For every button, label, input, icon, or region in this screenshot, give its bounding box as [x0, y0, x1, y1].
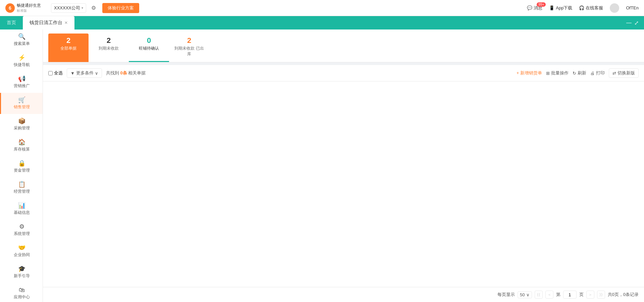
house-icon: 🏠: [18, 139, 25, 145]
switch-icon: ⇄: [612, 71, 616, 76]
table-area: [43, 81, 644, 287]
batch-icon: ⊞: [546, 71, 550, 76]
lock-icon: 🔒: [18, 160, 25, 166]
sidebar-item-marketing[interactable]: 📢 营销推广: [0, 72, 43, 93]
top-header: 6 畅捷通好生意 标准版 XXXXXX公司 ▾ ⚙ 体验行业方案 💬 消息 99…: [0, 0, 644, 16]
refresh-btn[interactable]: ↻ 刷新: [573, 70, 586, 76]
settings-icon-btn[interactable]: ⚙: [89, 3, 98, 13]
filter-btn[interactable]: ▼ 更多条件 ∨: [67, 68, 102, 78]
batch-operation-btn[interactable]: ⊞ 批量操作: [546, 70, 569, 76]
pagination: 每页显示 50 ∨ ⟨⟨ ＜ 第 页 ＞ ⟩⟩ 共0页，0条记录: [43, 287, 644, 302]
sidebar-item-sales-mgmt[interactable]: 🛒 销售管理: [0, 93, 43, 114]
logo-area: 6 畅捷通好生意 标准版: [5, 3, 48, 13]
app-download-btn[interactable]: 📱 App下载: [549, 5, 572, 11]
sidebar-item-app-center[interactable]: 🛍 应用中心: [0, 283, 43, 302]
chevron-down-icon: ∨: [526, 292, 530, 297]
header-right: 💬 消息 99+ 📱 App下载 🎧 在线客服 OfTEn: [527, 3, 639, 13]
chevron-down-icon: ▾: [82, 6, 83, 10]
sidebar-item-label: 库存核算: [14, 146, 30, 152]
select-all-checkbox[interactable]: 全选: [48, 70, 63, 76]
print-btn[interactable]: 🖨 打印: [590, 70, 605, 76]
expand-icon[interactable]: ⤢: [634, 20, 639, 26]
sidebar-item-label: 基础信息: [14, 210, 30, 216]
message-btn[interactable]: 💬 消息 99+: [527, 5, 542, 11]
tab-home[interactable]: 首页: [0, 16, 23, 29]
message-badge: 99+: [537, 2, 546, 7]
sidebar-item-label: 企业协同: [14, 252, 30, 258]
sidebar-item-label: 快捷导航: [14, 62, 30, 68]
total-info: 共0页，0条记录: [608, 292, 639, 298]
stat-tab-overdue[interactable]: 2 到期未收款: [89, 34, 129, 62]
sidebar-item-label: 应用中心: [14, 294, 30, 300]
select-all-input[interactable]: [48, 71, 53, 75]
sidebar-item-system-mgmt[interactable]: ⚙ 系统管理: [0, 220, 43, 241]
sidebar-item-label: 搜索菜单: [14, 41, 30, 47]
sidebar-item-label: 销售管理: [14, 104, 30, 110]
search-icon: 🔍: [18, 34, 25, 40]
download-icon: 📱: [549, 5, 554, 10]
gear-icon: ⚙: [91, 5, 96, 11]
sidebar-item-label: 新手引导: [14, 273, 30, 279]
stat-tab-all[interactable]: 2 全部单据: [48, 34, 89, 62]
lightning-icon: ⚡: [18, 55, 25, 61]
avatar: [610, 3, 619, 13]
sidebar-item-label: 采购管理: [14, 125, 30, 131]
switch-version-btn[interactable]: ⇄ 切换新版: [609, 68, 639, 78]
minimize-icon[interactable]: —: [626, 20, 632, 26]
sidebar-item-basic-info[interactable]: 📊 基础信息: [0, 198, 43, 220]
add-sales-order-btn[interactable]: + 新增销货单: [517, 70, 542, 76]
last-page-btn[interactable]: ⟩⟩: [597, 291, 605, 299]
megaphone-icon: 📢: [18, 76, 25, 82]
chevron-down-icon: ∨: [95, 71, 98, 76]
tab-workbench[interactable]: 钱货日清工作台 ✕: [23, 16, 74, 29]
clipboard-icon: 📋: [18, 181, 25, 187]
sidebar-item-inventory[interactable]: 🏠 库存核算: [0, 135, 43, 156]
cart-icon: 🛒: [18, 97, 25, 103]
sidebar-item-label: 资金管理: [14, 168, 30, 173]
sidebar-item-funds-mgmt[interactable]: 🔒 资金管理: [0, 156, 43, 177]
sidebar-item-label: 营销推广: [14, 83, 30, 89]
found-text: 共找到 0条 相关单据: [106, 70, 146, 76]
gear-icon: ⚙: [19, 224, 24, 230]
company-selector[interactable]: XXXXXX公司 ▾: [51, 3, 86, 13]
graduation-icon: 🎓: [18, 266, 25, 272]
sidebar-item-label: 系统管理: [14, 231, 30, 237]
sidebar-item-quick-nav[interactable]: ⚡ 快捷导航: [0, 51, 43, 72]
nav-tab-expand: — ⤢: [626, 20, 639, 26]
sidebar-item-enterprise-collab[interactable]: 🤝 企业协同: [0, 241, 43, 262]
bag-icon: 🛍: [19, 287, 25, 293]
found-count: 0条: [120, 70, 127, 75]
filter-icon: ▼: [70, 71, 75, 76]
close-tab-icon[interactable]: ✕: [64, 20, 68, 25]
page-number-input[interactable]: [563, 291, 577, 299]
next-page-btn[interactable]: ＞: [586, 291, 594, 299]
stat-tab-wangpu[interactable]: 0 旺铺待确认: [129, 34, 169, 62]
sidebar: 🔍 搜索菜单 ⚡ 快捷导航 📢 营销推广 🛒 销售管理 📦 采购管理 🏠 库存核…: [0, 29, 43, 302]
content-area: 2 全部单据 2 到期未收款 0 旺铺待确认 2 到期未收款 已出库 全选: [43, 29, 644, 302]
sidebar-item-purchase-mgmt[interactable]: 📦 采购管理: [0, 114, 43, 135]
print-icon: 🖨: [590, 71, 595, 76]
refresh-icon: ↻: [573, 71, 576, 76]
sidebar-item-search-menu[interactable]: 🔍 搜索菜单: [0, 29, 43, 51]
toolbar-right: + 新增销货单 ⊞ 批量操作 ↻ 刷新 🖨 打印 ⇄ 切换新版: [517, 68, 639, 78]
nav-tabs: 首页 钱货日清工作台 ✕ — ⤢: [0, 16, 644, 29]
stats-tabs: 2 全部单据 2 到期未收款 0 旺铺待确认 2 到期未收款 已出库: [43, 29, 644, 62]
page-size-select[interactable]: 50 ∨: [518, 291, 532, 298]
prev-page-btn[interactable]: ＜: [545, 291, 553, 299]
logo-icon: 6: [5, 3, 15, 13]
toolbar: 全选 ▼ 更多条件 ∨ 共找到 0条 相关单据 + 新增销货单 ⊞ 批量操作: [43, 65, 644, 81]
logo-text: 畅捷通好生意 标准版: [17, 3, 41, 13]
stat-tab-overdue-shipped[interactable]: 2 到期未收款 已出库: [169, 34, 209, 62]
experience-btn[interactable]: 体验行业方案: [102, 3, 139, 13]
first-page-btn[interactable]: ⟨⟨: [535, 291, 543, 299]
sidebar-item-operations-mgmt[interactable]: 📋 经营管理: [0, 177, 43, 198]
handshake-icon: 🤝: [18, 245, 25, 251]
chart-icon: 📊: [18, 202, 25, 208]
user-name: OfTEn: [626, 5, 639, 10]
user-avatar[interactable]: [610, 3, 619, 13]
service-icon: 🎧: [579, 5, 584, 10]
main-layout: 🔍 搜索菜单 ⚡ 快捷导航 📢 营销推广 🛒 销售管理 📦 采购管理 🏠 库存核…: [0, 29, 644, 302]
sidebar-item-label: 经营管理: [14, 189, 30, 194]
online-service-btn[interactable]: 🎧 在线客服: [579, 5, 603, 11]
sidebar-item-beginner-guide[interactable]: 🎓 新手引导: [0, 262, 43, 283]
